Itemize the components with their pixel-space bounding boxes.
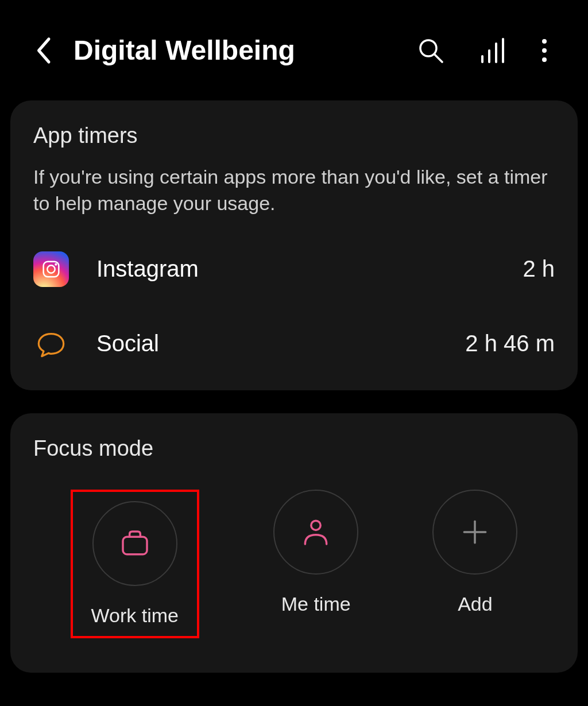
focus-mode-work-time[interactable]: Work time: [91, 501, 179, 627]
briefcase-icon: [119, 527, 151, 560]
focus-circle: [432, 490, 517, 575]
focus-mode-label: Me time: [281, 593, 351, 615]
page-title: Digital Wellbeing: [74, 34, 400, 66]
focus-circle: [92, 501, 177, 586]
search-button[interactable]: [417, 37, 444, 64]
app-timers-card: App timers If you're using certain apps …: [10, 100, 578, 390]
app-timer-value: 2 h 46 m: [465, 331, 555, 356]
more-options-button[interactable]: [541, 37, 548, 64]
focus-mode-label: Work time: [91, 604, 179, 627]
chevron-left-icon: [34, 36, 52, 65]
instagram-icon: [33, 251, 69, 287]
svg-point-10: [47, 265, 55, 273]
svg-point-13: [311, 521, 320, 530]
focus-mode-list: Work time Me time Add: [33, 490, 555, 638]
focus-circle: [273, 490, 358, 575]
svg-line-1: [435, 55, 442, 62]
annotation-highlight: Work time: [71, 490, 199, 638]
app-timer-list: Instagram 2 h Social 2 h 46 m: [33, 251, 555, 362]
focus-mode-card: Focus mode Work time Me time: [10, 413, 578, 673]
focus-mode-label: Add: [458, 593, 493, 615]
svg-point-7: [542, 48, 547, 53]
stats-button[interactable]: [479, 37, 506, 64]
svg-point-8: [542, 57, 547, 62]
more-vertical-icon: [541, 37, 548, 64]
app-timer-row-instagram[interactable]: Instagram 2 h: [33, 251, 555, 287]
app-timer-name: Social: [96, 331, 438, 356]
app-timers-title: App timers: [33, 123, 555, 148]
svg-point-11: [55, 263, 57, 265]
focus-mode-add[interactable]: Add: [432, 490, 517, 615]
plus-icon: [459, 516, 491, 548]
chat-bubble-icon: [33, 326, 69, 362]
back-button[interactable]: [34, 36, 52, 65]
app-timers-description: If you're using certain apps more than y…: [33, 164, 555, 217]
bar-chart-icon: [479, 37, 506, 64]
app-timer-row-social[interactable]: Social 2 h 46 m: [33, 326, 555, 362]
app-timer-value: 2 h: [523, 256, 555, 282]
focus-mode-title: Focus mode: [33, 436, 555, 461]
header: Digital Wellbeing: [0, 0, 588, 89]
header-actions: [417, 37, 565, 64]
person-icon: [300, 516, 332, 548]
svg-point-6: [542, 39, 547, 44]
search-icon: [417, 37, 444, 64]
focus-mode-me-time[interactable]: Me time: [273, 490, 358, 615]
svg-rect-12: [123, 537, 147, 554]
app-timer-name: Instagram: [96, 256, 495, 282]
